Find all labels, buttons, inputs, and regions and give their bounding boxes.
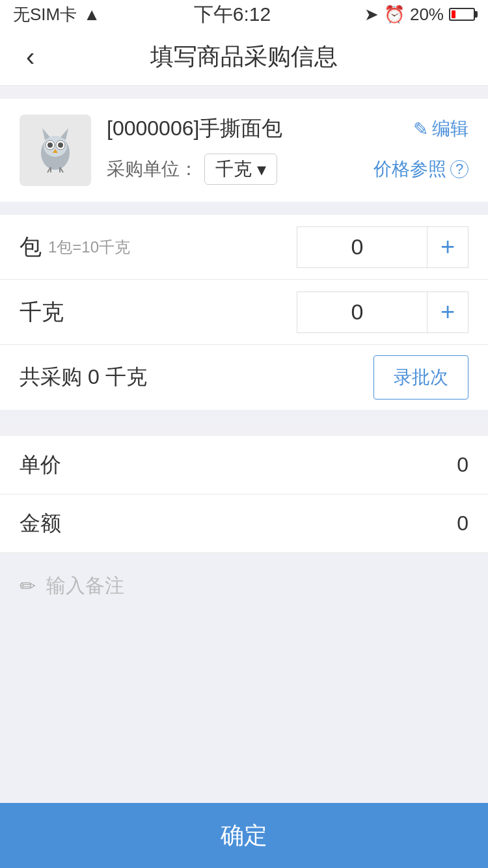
pack-quantity-input[interactable] (297, 226, 427, 268)
kg-quantity-input[interactable] (297, 292, 427, 333)
battery-icon (449, 8, 475, 21)
wifi-icon: ▲ (83, 5, 100, 25)
edit-icon: ✎ (413, 118, 428, 140)
pack-input-row: 包 1包=10千克 + (0, 215, 488, 280)
svg-point-6 (47, 142, 53, 148)
summary-suffix: 千克 (105, 365, 147, 388)
pack-input-group: + (297, 226, 468, 268)
unit-select[interactable]: 千克 ▾ (204, 154, 277, 185)
confirm-bar[interactable]: 确定 (0, 803, 488, 868)
summary-amount: 0 (88, 365, 100, 388)
product-name: [0000006]手撕面包 (107, 115, 282, 143)
amount-row: 金额 0 (0, 495, 488, 553)
kg-input-row: 千克 + (0, 280, 488, 345)
back-button[interactable]: ‹ (20, 36, 41, 78)
product-code: [0000006] (107, 116, 199, 140)
product-image (20, 115, 91, 186)
svg-point-7 (58, 142, 63, 148)
unit-price-row: 单价 0 (0, 436, 488, 495)
edit-label: 编辑 (432, 116, 468, 141)
summary-text: 共采购 0 千克 (20, 363, 147, 392)
price-section: 单价 0 金额 0 (0, 436, 488, 553)
status-time: 下午6:12 (194, 1, 271, 28)
unit-dropdown-icon: ▾ (257, 159, 266, 180)
nav-bar: ‹ 填写商品采购信息 (0, 29, 488, 86)
status-right: ➤ ⏰ 20% (364, 5, 475, 25)
record-batch-button[interactable]: 录批次 (373, 355, 468, 400)
unit-row: 采购单位： 千克 ▾ 价格参照 ? (107, 154, 468, 185)
section-divider-2 (0, 410, 488, 423)
product-name-row: [0000006]手撕面包 ✎ 编辑 (107, 115, 468, 143)
price-ref-help-icon: ? (450, 160, 468, 178)
kg-plus-button[interactable]: + (427, 292, 468, 333)
status-left: 无SIM卡 ▲ (13, 3, 100, 26)
battery-percentage: 20% (410, 5, 444, 25)
remark-section[interactable]: ✏ 输入备注 (0, 554, 488, 617)
product-logo (29, 122, 81, 174)
edit-button[interactable]: ✎ 编辑 (413, 116, 468, 141)
section-divider-1 (0, 202, 488, 215)
unit-value: 千克 (215, 157, 252, 182)
status-bar: 无SIM卡 ▲ 下午6:12 ➤ ⏰ 20% (0, 0, 488, 29)
page-title: 填写商品采购信息 (150, 41, 338, 73)
amount-value: 0 (457, 511, 468, 536)
pack-label: 包 (20, 232, 42, 262)
content-area (0, 617, 488, 800)
summary-prefix: 共采购 (20, 365, 82, 388)
kg-input-group: + (297, 292, 468, 333)
remark-placeholder: 输入备注 (46, 573, 124, 599)
alarm-icon: ⏰ (384, 5, 405, 25)
price-ref-label: 价格参照 (373, 157, 446, 182)
product-card: [0000006]手撕面包 ✎ 编辑 采购单位： 千克 ▾ 价格参照 ? (0, 99, 488, 202)
carrier-text: 无SIM卡 (13, 3, 77, 26)
product-title: 手撕面包 (199, 116, 282, 140)
confirm-button-label: 确定 (221, 820, 267, 852)
summary-row: 共采购 0 千克 录批次 (0, 345, 488, 410)
unit-price-value: 0 (457, 453, 468, 477)
amount-label: 金额 (20, 509, 61, 538)
product-info: [0000006]手撕面包 ✎ 编辑 采购单位： 千克 ▾ 价格参照 ? (107, 115, 468, 185)
pack-plus-button[interactable]: + (427, 226, 468, 268)
pencil-icon: ✏ (20, 575, 36, 597)
unit-label: 采购单位： (107, 157, 198, 182)
location-icon: ➤ (364, 5, 379, 25)
pack-sublabel: 1包=10千克 (48, 237, 130, 258)
price-reference-button[interactable]: 价格参照 ? (373, 157, 468, 182)
input-section: 包 1包=10千克 + 千克 + 共采购 0 千克 录批次 (0, 215, 488, 410)
unit-price-label: 单价 (20, 451, 61, 480)
kg-label: 千克 (20, 297, 64, 327)
